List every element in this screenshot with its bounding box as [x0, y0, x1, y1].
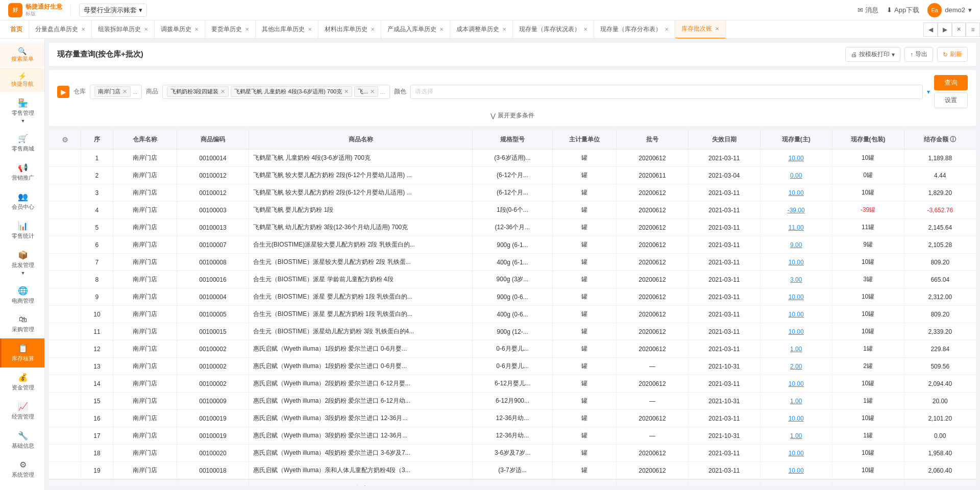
- sidebar-item-shop[interactable]: 🛒 零售商城: [0, 129, 44, 158]
- tab-combo[interactable]: 组装拆卸单历史 ✕: [92, 20, 155, 39]
- logo-subtext: 标版: [26, 11, 62, 17]
- table-row: 12 南岸门店 00100002 惠氏启赋（Wyeth illuma）1段奶粉 …: [49, 340, 976, 358]
- sidebar-item-ecommerce[interactable]: 🌐 电商管理: [0, 281, 44, 310]
- tab-stock-dist[interactable]: 现存量（库存分布表）✕: [594, 20, 675, 39]
- action-buttons: 查询 设置: [934, 75, 968, 108]
- template-print-btn[interactable]: 🖨 按模板打印 ▾: [845, 47, 900, 62]
- product-tag-2-remove[interactable]: ✕: [344, 88, 349, 95]
- download-icon: ⬇: [887, 6, 892, 14]
- th-settings[interactable]: ⚙: [49, 130, 81, 150]
- table-row: 7 南岸门店 00100008 合生元（BIOSTIME）派星较大婴儿配方奶粉 …: [49, 254, 976, 271]
- user-area[interactable]: Ea demo2 ▾: [927, 3, 972, 17]
- tab-batch-voucher[interactable]: 库存批次账 ✕: [675, 20, 726, 39]
- product-tag-3: 飞... ✕: [354, 86, 378, 97]
- th-no: 序: [81, 130, 113, 150]
- inventory-icon: 📋: [18, 344, 28, 353]
- th-unit: 主计量单位: [552, 130, 616, 150]
- table-row: 13 南岸门店 00100002 惠氏启赋（Wyeth illuma）1段奶粉 …: [49, 358, 976, 375]
- table-scroll[interactable]: ⚙ 序 仓库名称 商品编码 商品名称 规格型号 主计量单位 批号 失效日期 现存…: [49, 130, 976, 486]
- retail-icon: 🏪: [18, 98, 28, 108]
- filter-expand-btn[interactable]: ▶: [57, 86, 69, 98]
- warehouse-label: 仓库: [74, 87, 86, 96]
- th-stock-main: 现存量(主): [760, 130, 832, 150]
- product-more[interactable]: ...: [380, 89, 385, 95]
- sidebar-item-basic[interactable]: 🔧 基础信息: [0, 426, 44, 455]
- column-settings-icon[interactable]: ⚙: [62, 136, 68, 144]
- tab-stock-status[interactable]: 现存量（库存状况表）✕: [513, 20, 594, 39]
- product-tag-1-remove[interactable]: ✕: [220, 88, 225, 95]
- top-bar-right: ✉ 消息 ⬇ App下载 Ea demo2 ▾: [857, 3, 972, 17]
- table-row: 6 南岸门店 00100007 合生元(BIOSTIME)派星较大婴儿配方奶粉 …: [49, 236, 976, 254]
- company-selector[interactable]: 母婴行业演示账套 ▾: [79, 4, 147, 17]
- tab-other-out[interactable]: 其他出库单历史 ✕: [256, 20, 318, 39]
- top-bar-left: 好 畅捷通好生意 标版 母婴行业演示账套 ▾: [8, 3, 147, 17]
- product-tag-3-remove[interactable]: ✕: [370, 88, 375, 95]
- tab-material-out[interactable]: 材料出库单历史 ✕: [318, 20, 381, 39]
- table-row: 1 南岸门店 00100014 飞鹤星飞帆 儿童奶粉 4段(3-6岁适用) 70…: [49, 150, 976, 167]
- logo-icon: 好: [8, 3, 22, 17]
- warehouse-tag-remove[interactable]: ✕: [122, 88, 127, 95]
- sidebar-item-wholesale[interactable]: 📦 批发管理 ▼: [0, 245, 44, 281]
- page-header: 现存量查询(按仓库+批次) 🖨 按模板打印 ▾ ↑ 导出 ↻ 刷新: [49, 43, 976, 66]
- tab-product-in[interactable]: 产成品入库单历史 ✕: [381, 20, 450, 39]
- th-stock-pkg: 现存量(包装): [832, 130, 904, 150]
- system-icon: ⚙: [19, 460, 27, 470]
- table-row: 17 南岸门店 00100019 惠氏启赋（Wyeth illuma）3段奶粉 …: [49, 427, 976, 445]
- tab-transfer[interactable]: 调拨单历史 ✕: [155, 20, 205, 39]
- sidebar-item-enterprise[interactable]: 🤝 企业协同: [0, 484, 44, 490]
- th-name: 商品名称: [249, 130, 472, 150]
- setting-btn[interactable]: 设置: [934, 92, 968, 108]
- sidebar-item-system[interactable]: ⚙ 系统管理: [0, 455, 44, 484]
- app-download-btn[interactable]: ⬇ App下载: [887, 6, 919, 15]
- filter-row: ▶ 仓库 南岸门店 ✕ ... 商品 飞鹤奶粉3段四罐装 ✕: [57, 75, 968, 108]
- color-label: 颜色: [394, 87, 406, 96]
- refresh-btn[interactable]: ↻ 刷新: [937, 47, 968, 62]
- tab-cost-adjust[interactable]: 成本调整单历史 ✕: [450, 20, 513, 39]
- sidebar-item-purchase[interactable]: 🛍 采购管理: [0, 310, 44, 338]
- warehouse-more[interactable]: ...: [133, 89, 137, 95]
- export-icon: ↑: [910, 51, 913, 58]
- tab-home[interactable]: 首页: [4, 20, 29, 39]
- top-bar: 好 畅捷通好生意 标版 母婴行业演示账套 ▾ ✉ 消息 ⬇ App下载 Ea d…: [0, 0, 980, 20]
- sidebar-item-marketing[interactable]: 📢 营销推广: [0, 158, 44, 187]
- main-layout: 🔍 搜索菜单 ⚡ 快捷导航 🏪 零售管理 ▼ 🛒 零售商城 📢 营销推广 👥 会…: [0, 39, 980, 490]
- product-input[interactable]: 飞鹤奶粉3段四罐装 ✕ 飞鹤星飞帆 儿童奶粉 4段(3-6岁适用) 700克 ✕…: [162, 85, 389, 99]
- footer-row: 合计 126.00 26,968.64: [49, 479, 976, 486]
- tab-menu-btn[interactable]: ≡: [966, 22, 980, 37]
- sidebar-search[interactable]: 🔍 搜索菜单: [0, 43, 45, 67]
- sidebar-item-member[interactable]: 👥 会员中心: [0, 187, 44, 216]
- filter-bar: ▶ 仓库 南岸门店 ✕ ... 商品 飞鹤奶粉3段四罐装 ✕: [49, 70, 976, 126]
- tab-next-btn[interactable]: ▶: [938, 22, 952, 37]
- page-title: 现存量查询(按仓库+批次): [57, 50, 143, 59]
- sidebar-item-operations[interactable]: 📈 经营管理: [0, 397, 44, 426]
- expand-more-btn[interactable]: ⋁ 展开更多条件: [57, 108, 968, 121]
- refresh-icon: ↻: [943, 51, 948, 58]
- table-row: 5 南岸门店 00100013 飞鹤星飞帆 幼儿配方奶粉 3段(12-36个月幼…: [49, 219, 976, 236]
- data-table: ⚙ 序 仓库名称 商品编码 商品名称 规格型号 主计量单位 批号 失效日期 现存…: [49, 130, 976, 486]
- stats-icon: 📊: [18, 221, 28, 231]
- query-btn[interactable]: 查询: [934, 75, 968, 90]
- sidebar-item-retail[interactable]: 🏪 零售管理 ▼: [0, 93, 44, 129]
- warehouse-input[interactable]: 南岸门店 ✕ ...: [90, 85, 142, 99]
- tab-split[interactable]: 分量盘点单历史 ✕: [29, 20, 92, 39]
- tab-prev-btn[interactable]: ◀: [923, 22, 938, 37]
- avatar: Ea: [927, 3, 942, 17]
- message-btn[interactable]: ✉ 消息: [857, 6, 878, 15]
- finance-icon: 💰: [18, 373, 28, 382]
- warehouse-tag: 南岸门店 ✕: [94, 86, 131, 97]
- tab-nav-btns: ◀ ▶ ✕ ≡: [923, 22, 980, 37]
- sidebar-item-finance[interactable]: 💰 资金管理: [0, 368, 44, 397]
- marketing-icon: 📢: [18, 163, 28, 173]
- color-dropdown-arrow[interactable]: ▾: [927, 88, 930, 95]
- table-row: 3 南岸门店 00100012 飞鹤星飞帆 较大婴儿配方奶粉 2段(6-12个月…: [49, 184, 976, 202]
- sidebar-item-stats[interactable]: 📊 零售统计: [0, 216, 44, 245]
- table-row: 8 南岸门店 00100016 合生元（BIOSTIME）派星 学龄前儿童配方奶…: [49, 271, 976, 288]
- table-row: 18 南岸门店 00100020 惠氏启赋（Wyeth illuma）4段奶粉 …: [49, 445, 976, 462]
- export-btn[interactable]: ↑ 导出: [904, 47, 933, 62]
- sidebar-item-inventory[interactable]: 📋 库存核算: [0, 338, 44, 368]
- color-input[interactable]: 请选择: [410, 85, 923, 99]
- tab-close-all-btn[interactable]: ✕: [952, 22, 966, 37]
- sidebar-quick-nav[interactable]: ⚡ 快捷导航: [0, 68, 45, 92]
- th-balance: 结存金额 ⓘ: [904, 130, 976, 150]
- tab-request[interactable]: 要货单历史 ✕: [205, 20, 256, 39]
